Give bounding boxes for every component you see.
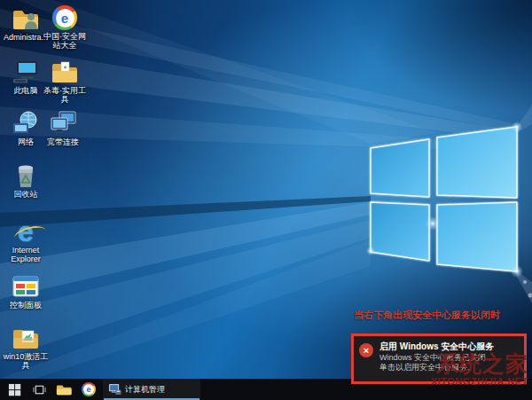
- desktop-icon-label: 杀毒·实用工: [40, 86, 90, 95]
- taskbar-app-computer-management[interactable]: 计算机管理: [103, 379, 200, 400]
- desktop-icon-recycle-bin[interactable]: 回收站: [1, 162, 51, 199]
- desktop-icon-label-line2: 具: [40, 95, 90, 104]
- file-explorer-button[interactable]: [51, 379, 76, 400]
- computer-management-icon: [108, 383, 121, 396]
- browser-e-icon: e: [82, 382, 96, 396]
- this-pc-icon: [12, 59, 40, 85]
- desktop-icon-label-line2: 具: [1, 361, 51, 370]
- watermark-title: 系统之家: [431, 351, 528, 376]
- desktop-icon-internet-explorer[interactable]: e Internet Explorer: [1, 218, 51, 263]
- network-globe-icon: [12, 110, 40, 137]
- browser-button[interactable]: e: [76, 379, 101, 400]
- windows-desktop-screen: Administra... e 中国·安全网 站大全 此电脑: [0, 0, 532, 400]
- broadband-monitors-icon: [49, 110, 77, 137]
- desktop-icon-label: 控制面板: [1, 301, 51, 310]
- recycle-bin-icon: [12, 162, 40, 189]
- taskbar-app-label: 计算机管理: [125, 384, 165, 396]
- desktop-icon-china-security-sites[interactable]: e 中国·安全网 站大全: [40, 4, 90, 50]
- desktop-icon-label: 中国·安全网: [40, 32, 90, 41]
- watermark: 系统之家 XITONGZHIJIA.NET: [431, 351, 528, 387]
- red-tip-text: 当右下角出现安全中心服务以闭时: [354, 309, 500, 322]
- start-button[interactable]: [2, 379, 27, 400]
- desktop-icon-label: 宽带连接: [38, 137, 88, 146]
- desktop-icon-antivirus-tools[interactable]: 杀毒·实用工 具: [40, 59, 90, 104]
- task-view-button[interactable]: [27, 379, 51, 400]
- windows-logo-icon: [8, 383, 21, 396]
- desktop-icon-win10-activation[interactable]: win10激活工 具: [1, 325, 51, 370]
- desktop-icon-label: win10激活工: [1, 352, 51, 361]
- control-panel-icon: [12, 273, 40, 300]
- file-explorer-folder-icon: [56, 383, 72, 396]
- browser-e-icon: e: [51, 4, 79, 31]
- task-view-icon: [33, 383, 46, 396]
- watermark-site: XITONGZHIJIA.NET: [431, 376, 528, 387]
- error-x-icon: ×: [359, 343, 373, 357]
- desktop-icon-label-line2: 站大全: [40, 41, 90, 50]
- desktop-icon-label: 回收站: [1, 190, 51, 199]
- folder-with-image-icon: [12, 325, 40, 351]
- desktop-icon-broadband[interactable]: 宽带连接: [38, 110, 88, 146]
- folder-with-document-icon: [51, 59, 79, 85]
- administrator-folder-icon: [12, 5, 40, 32]
- desktop-icon-label-line2: Explorer: [1, 255, 51, 263]
- internet-explorer-icon: e: [12, 218, 40, 245]
- desktop-icon-control-panel[interactable]: 控制面板: [1, 273, 51, 310]
